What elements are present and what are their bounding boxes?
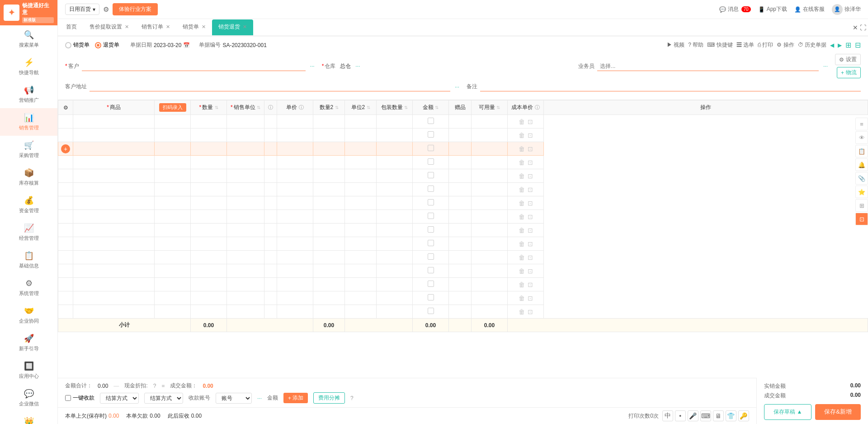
- qty-cell-5[interactable]: [155, 169, 191, 183]
- gift-cell-11[interactable]: [413, 251, 449, 264]
- unit-sort-icon[interactable]: ⇅: [257, 105, 260, 110]
- sale-unit-cell-1[interactable]: [191, 115, 227, 129]
- discount-help-icon[interactable]: ?: [153, 383, 156, 389]
- qty2-sort-icon[interactable]: ⇅: [335, 105, 339, 110]
- price-info-icon[interactable]: ⓘ: [299, 105, 304, 110]
- copy-icon-14[interactable]: ⊡: [528, 295, 533, 302]
- qty2-cell-5[interactable]: [277, 169, 313, 183]
- gift-cell-9[interactable]: [413, 224, 449, 237]
- pkgqty-cell-12[interactable]: [345, 264, 377, 278]
- unit2-cell-3[interactable]: [313, 142, 345, 156]
- sale-unit-cell-14[interactable]: [191, 291, 227, 305]
- copy-icon-1[interactable]: ⊡: [528, 118, 533, 125]
- tool-icon-6[interactable]: 👕: [726, 410, 736, 421]
- unit2-cell-14[interactable]: [313, 291, 345, 305]
- tool-icon-7[interactable]: 🔑: [738, 410, 749, 421]
- copy-icon-15[interactable]: ⊡: [528, 308, 533, 315]
- cost-price-cell-13[interactable]: [472, 278, 508, 291]
- cost-price-cell-2[interactable]: [472, 129, 508, 142]
- delete-icon-5[interactable]: 🗑: [519, 172, 525, 180]
- help-btn[interactable]: ? 帮助: [688, 41, 703, 49]
- sale-unit-cell-15[interactable]: [191, 305, 227, 319]
- available-cell-15[interactable]: [449, 305, 472, 319]
- qty2-cell-10[interactable]: [277, 237, 313, 251]
- pkgqty-cell-8[interactable]: [345, 210, 377, 224]
- unit2-cell-5[interactable]: [313, 169, 345, 183]
- close-tab-btn[interactable]: ✕: [853, 24, 858, 31]
- cost-price-cell-15[interactable]: [472, 305, 508, 319]
- copy-icon-10[interactable]: ⊡: [528, 240, 533, 248]
- unit2-cell-4[interactable]: [313, 156, 345, 169]
- tab-sale-price[interactable]: 售价提取设置✕: [83, 19, 135, 35]
- sidebar-item-member[interactable]: 👑畅会员: [0, 412, 57, 424]
- warehouse-dots[interactable]: ···: [355, 63, 360, 69]
- qty-sort-icon[interactable]: ⇅: [215, 105, 218, 110]
- summary-method-select[interactable]: 结算方式: [144, 393, 183, 404]
- customer-dots[interactable]: ···: [310, 63, 315, 69]
- available-cell-12[interactable]: [449, 264, 472, 278]
- amount-cell-14[interactable]: [377, 291, 413, 305]
- copy-icon-3[interactable]: ⊡: [528, 145, 533, 152]
- gift-cell-4[interactable]: [413, 156, 449, 169]
- view-detail-icon[interactable]: ⊟: [855, 41, 861, 49]
- print-btn[interactable]: ⎙ 打印: [758, 41, 773, 49]
- pkgqty-cell-11[interactable]: [345, 251, 377, 264]
- panel-btn-1[interactable]: ≡: [855, 118, 868, 130]
- price-cell-7[interactable]: [264, 196, 277, 210]
- unit2-sort-icon[interactable]: ⇅: [367, 105, 370, 110]
- price-cell-5[interactable]: [264, 169, 277, 183]
- amount-cell-7[interactable]: [377, 196, 413, 210]
- copy-icon-7[interactable]: ⊡: [528, 200, 533, 207]
- amount-sort-icon[interactable]: ⇅: [435, 105, 439, 110]
- amount-cell-11[interactable]: [377, 251, 413, 264]
- pkgqty-cell-1[interactable]: [345, 115, 377, 129]
- unit2-cell-2[interactable]: [313, 129, 345, 142]
- qty2-cell-1[interactable]: [277, 115, 313, 129]
- unit-info-icon[interactable]: ⓘ: [268, 105, 273, 110]
- sidebar-item-wechat[interactable]: 💬企业微信: [0, 384, 57, 412]
- pkgqty-cell-2[interactable]: [345, 129, 377, 142]
- unit2-cell-9[interactable]: [313, 224, 345, 237]
- unit2-cell-12[interactable]: [313, 264, 345, 278]
- sidebar-item-shortcut[interactable]: ⚡快捷导航: [0, 53, 57, 81]
- maximize-btn[interactable]: ⛶: [860, 24, 866, 31]
- gift-checkbox-14[interactable]: [428, 294, 434, 300]
- price-cell-12[interactable]: [264, 264, 277, 278]
- qty2-cell-9[interactable]: [277, 224, 313, 237]
- pkgqty-cell-7[interactable]: [345, 196, 377, 210]
- copy-icon-8[interactable]: ⊡: [528, 213, 533, 220]
- address-input[interactable]: [90, 82, 450, 91]
- copy-icon-11[interactable]: ⊡: [528, 254, 533, 261]
- pkgqty-cell-6[interactable]: [345, 183, 377, 196]
- gift-cell-2[interactable]: [413, 129, 449, 142]
- qty-cell-6[interactable]: [155, 183, 191, 196]
- amount-cell-13[interactable]: [377, 278, 413, 291]
- sale-unit-cell-10[interactable]: [191, 237, 227, 251]
- video-btn[interactable]: ▶ 视频: [667, 41, 684, 49]
- delete-icon-2[interactable]: 🗑: [519, 132, 525, 139]
- nav-next-btn[interactable]: ▶: [838, 42, 842, 48]
- qty-cell-13[interactable]: [155, 278, 191, 291]
- sale-unit-cell-6[interactable]: [191, 183, 227, 196]
- price-cell-11[interactable]: [264, 251, 277, 264]
- tab-sale-price-close[interactable]: ✕: [125, 24, 129, 30]
- delete-icon-12[interactable]: 🗑: [519, 267, 525, 275]
- copy-icon-13[interactable]: ⊡: [528, 281, 533, 288]
- qty2-cell-14[interactable]: [277, 291, 313, 305]
- sale-unit-cell-2[interactable]: [191, 129, 227, 142]
- available-cell-2[interactable]: [449, 129, 472, 142]
- nav-prev-btn[interactable]: ◀: [830, 42, 834, 48]
- add-row-btn[interactable]: +: [61, 144, 70, 153]
- shortcut-btn[interactable]: ⌨ 快捷键: [707, 41, 732, 49]
- tab-sale-order[interactable]: 销售订单✕: [135, 19, 176, 35]
- tab-sale-delivery[interactable]: 销货单✕: [176, 19, 212, 35]
- gift-cell-14[interactable]: [413, 291, 449, 305]
- unit2-cell-8[interactable]: [313, 210, 345, 224]
- gift-checkbox-5[interactable]: [428, 172, 434, 178]
- qty2-cell-11[interactable]: [277, 251, 313, 264]
- user-menu[interactable]: 👤 徐泽华: [832, 4, 861, 15]
- note-input[interactable]: [480, 82, 861, 91]
- available-cell-9[interactable]: [449, 224, 472, 237]
- tab-sale-order-close[interactable]: ✕: [166, 24, 170, 30]
- panel-btn-7[interactable]: ⊞: [855, 199, 868, 212]
